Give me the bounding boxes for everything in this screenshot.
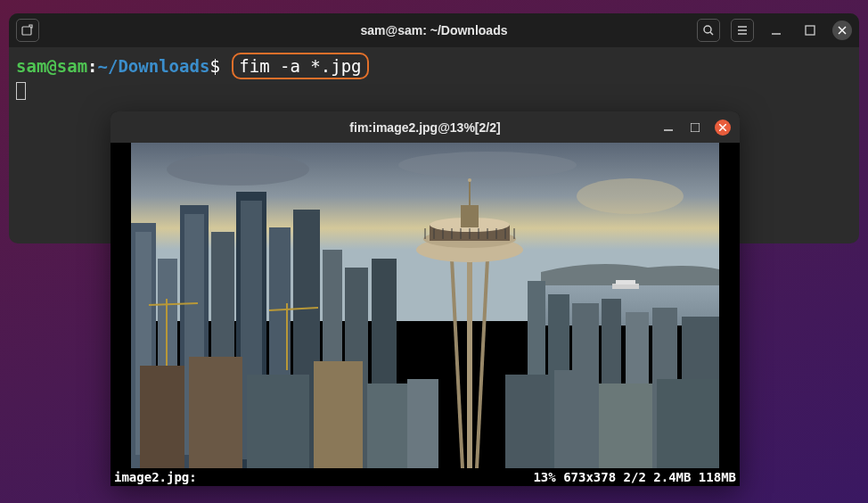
- close-button[interactable]: [832, 21, 852, 40]
- terminal-cursor: [16, 82, 26, 100]
- command-highlight: fim -a *.jpg: [232, 53, 368, 79]
- svg-rect-41: [140, 366, 184, 468]
- viewer-maximize-button[interactable]: [688, 120, 702, 135]
- status-info: 13% 673x378 2/2 2.4MB 118MB: [533, 470, 736, 484]
- search-button[interactable]: [697, 19, 720, 42]
- viewer-close-button[interactable]: [715, 120, 731, 136]
- terminal-line: sam@sam:~/Downloads$ fim -a *.jpg: [16, 53, 852, 79]
- svg-rect-0: [22, 27, 31, 35]
- maximize-icon: [691, 123, 700, 132]
- image-viewer-titlebar: fim:image2.jpg@13%[2/2]: [111, 111, 740, 143]
- svg-rect-44: [314, 361, 363, 468]
- terminal-titlebar: sam@sam: ~/Downloads: [9, 13, 859, 47]
- maximize-button[interactable]: [798, 19, 822, 42]
- terminal-title: sam@sam: ~/Downloads: [361, 23, 508, 37]
- minimize-icon: [664, 123, 673, 132]
- svg-point-15: [167, 153, 309, 186]
- close-icon: [838, 26, 847, 35]
- displayed-image: [131, 143, 719, 468]
- svg-point-16: [398, 152, 577, 178]
- svg-point-1: [704, 26, 711, 33]
- hamburger-icon: [736, 24, 749, 37]
- menu-button[interactable]: [731, 19, 754, 42]
- svg-rect-20: [616, 280, 635, 284]
- svg-point-64: [468, 178, 471, 182]
- image-viewer-title: fim:image2.jpg@13%[2/2]: [349, 120, 500, 135]
- image-viewer-window: fim:image2.jpg@13%[2/2]: [111, 111, 740, 486]
- image-viewer-controls: [661, 120, 731, 136]
- search-icon: [702, 24, 715, 37]
- minimize-icon: [771, 25, 782, 36]
- svg-rect-48: [554, 370, 594, 468]
- status-filename: image2.jpg:: [114, 470, 197, 484]
- maximize-icon: [805, 25, 815, 36]
- svg-rect-43: [247, 375, 309, 468]
- image-status-bar: image2.jpg: 13% 673x378 2/2 2.4MB 118MB: [111, 468, 740, 486]
- prompt-colon: :: [87, 56, 97, 76]
- svg-rect-11: [691, 123, 700, 132]
- prompt-path: ~/Downloads: [98, 56, 210, 76]
- svg-line-2: [710, 32, 713, 35]
- svg-rect-47: [505, 375, 550, 468]
- svg-rect-46: [407, 379, 438, 468]
- svg-rect-62: [461, 205, 479, 227]
- viewer-minimize-button[interactable]: [661, 120, 676, 135]
- svg-rect-49: [599, 383, 652, 468]
- minimize-button[interactable]: [765, 19, 788, 42]
- prompt-user: sam@sam: [16, 56, 87, 76]
- prompt-dollar: $: [209, 56, 219, 76]
- svg-rect-50: [657, 379, 719, 468]
- image-display-area[interactable]: [111, 143, 740, 468]
- close-icon: [719, 124, 726, 131]
- svg-rect-45: [367, 383, 407, 468]
- svg-point-17: [577, 178, 684, 214]
- svg-rect-42: [189, 357, 242, 468]
- new-tab-button[interactable]: [16, 19, 39, 42]
- svg-rect-7: [806, 26, 815, 35]
- terminal-controls: [697, 19, 852, 42]
- terminal-body[interactable]: sam@sam:~/Downloads$ fim -a *.jpg: [9, 47, 859, 110]
- new-tab-icon: [21, 24, 34, 37]
